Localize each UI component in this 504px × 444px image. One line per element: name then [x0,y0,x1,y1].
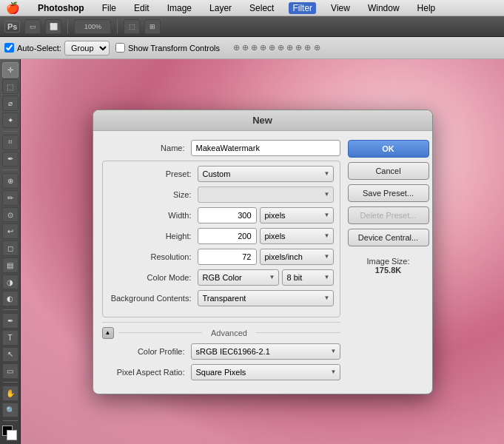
tool-lasso[interactable]: ⌀ [2,95,19,111]
dialog-left-panel: Name: Preset: Custom [102,140,340,385]
color-profile-label: Color Profile: [102,347,191,356]
pixel-aspect-wrapper: Square Pixels D1/DV NTSC (0.91) D1/DV PA… [191,364,340,380]
advanced-header: ▲ Advanced [102,327,340,339]
height-unit-select[interactable]: pixels inches cm mm [260,228,334,244]
color-profile-select[interactable]: sRGB IEC61966-2.1 Adobe RGB (1998) ProPh… [191,343,340,360]
tool-eraser[interactable]: ◻ [2,240,19,256]
name-label: Name: [102,144,191,152]
background-color[interactable] [7,430,17,440]
tool-magic-wand[interactable]: ✦ [2,112,19,128]
tool-sep-3 [3,309,18,310]
menu-file[interactable]: File [99,3,119,13]
height-label: Height: [109,232,198,240]
width-unit-wrapper: pixels inches cm mm ▼ [260,207,334,223]
menu-filter[interactable]: Filter [289,2,316,14]
bg-contents-wrapper: White Background Color Transparent ▼ [198,290,334,306]
preset-select[interactable]: Custom Default Photoshop Size Letter Leg… [198,166,334,182]
screen-mode-icon[interactable]: ⊞ [144,19,161,34]
save-preset-button[interactable]: Save Preset... [348,184,429,202]
menu-select[interactable]: Select [246,3,277,13]
bit-depth-wrapper: 8 bit 16 bit 32 bit ▼ [282,269,334,286]
resolution-unit-select[interactable]: pixels/inch pixels/cm [260,249,334,265]
auto-select-label: Auto-Select: [17,44,61,53]
preset-label: Preset: [109,169,198,178]
size-select[interactable] [198,186,334,203]
marquee-tool-icon[interactable]: ⬜ [45,19,61,34]
menu-window[interactable]: Window [365,3,403,13]
preset-row: Preset: Custom Default Photoshop Size Le… [109,166,334,182]
device-central-button[interactable]: Device Central... [348,229,429,246]
dialog-body: Name: Preset: Custom [93,131,432,394]
bg-contents-select[interactable]: White Background Color Transparent [198,290,334,306]
height-input[interactable] [198,228,257,244]
new-document-dialog: New Name: [93,110,433,394]
tool-dodge[interactable]: ◐ [2,291,19,306]
width-input[interactable] [198,207,257,223]
menu-view[interactable]: View [328,3,353,13]
auto-select-checkbox[interactable] [4,43,14,53]
advanced-line-left [118,332,203,333]
preset-select-wrapper: Custom Default Photoshop Size Letter Leg… [198,166,334,182]
delete-preset-button[interactable]: Delete Preset... [348,206,429,224]
tool-hand[interactable]: ✋ [2,386,19,401]
image-size-label: Image Size: [348,257,429,266]
size-label: Size: [109,190,198,199]
tool-pen[interactable]: ✒ [2,313,19,329]
apple-menu[interactable]: 🍎 [6,1,20,15]
tool-path-selection[interactable]: ↖ [2,347,19,363]
advanced-label: Advanced [206,329,252,337]
canvas-area: New Name: [21,59,504,444]
size-select-wrapper: ▼ [198,186,334,203]
resolution-input[interactable] [198,249,257,265]
tool-gradient[interactable]: ▤ [2,258,19,273]
tool-eyedropper[interactable]: ✒ [2,152,19,167]
tool-stamp[interactable]: ⊙ [2,207,19,223]
auto-select-type[interactable]: Group Layer [64,41,110,56]
preset-group: Preset: Custom Default Photoshop Size Le… [102,161,340,317]
name-input[interactable] [191,140,340,156]
advanced-section: ▲ Advanced Color Profile: sRGB I [102,322,340,380]
tool-healing[interactable]: ⊕ [2,173,19,189]
color-mode-select[interactable]: Bitmap Grayscale RGB Color CMYK Color La… [198,269,279,286]
tool-brush[interactable]: ✏ [2,190,19,206]
advanced-toggle-btn[interactable]: ▲ [102,327,114,339]
tool-marquee[interactable]: ⬚ [2,79,19,95]
view-toggle-icon[interactable]: ⬚ [124,19,140,34]
tool-history-brush[interactable]: ↩ [2,223,19,239]
pixel-aspect-select[interactable]: Square Pixels D1/DV NTSC (0.91) D1/DV PA… [191,364,340,380]
tool-text[interactable]: T [2,330,19,346]
tool-sep-1 [3,131,18,132]
menu-image[interactable]: Image [164,3,195,13]
tool-sep-2 [3,169,18,170]
size-row: Size: ▼ [109,186,334,203]
menu-photoshop[interactable]: Photoshop [35,3,87,13]
menu-edit[interactable]: Edit [131,3,152,13]
color-mode-row: Color Mode: Bitmap Grayscale RGB Color C… [109,269,334,286]
show-transform-label: Show Transform Controls [128,44,220,53]
tool-blur[interactable]: ◑ [2,275,19,290]
color-swatch-area [2,426,19,441]
tool-crop[interactable]: ⌗ [2,135,19,150]
width-row: Width: pixels inches cm mm ▼ [109,207,334,223]
tool-zoom[interactable]: 🔍 [2,403,19,418]
ps-toolbar: Ps ▭ ⬜ 100% ⬚ ⊞ [0,16,504,37]
menu-bar: 🍎 Photoshop File Edit Image Layer Select… [0,0,504,16]
menu-help[interactable]: Help [414,3,439,13]
width-unit-select[interactable]: pixels inches cm mm [260,207,334,223]
cancel-button[interactable]: Cancel [348,162,429,180]
image-size-value: 175.8K [348,266,429,275]
bit-depth-select[interactable]: 8 bit 16 bit 32 bit [282,269,334,286]
ok-button[interactable]: OK [348,140,429,158]
resolution-row: Resolution: pixels/inch pixels/cm ▼ [109,249,334,265]
tool-shape[interactable]: ▭ [2,363,19,379]
dialog-right-panel: OK Cancel Save Preset... Delete Preset..… [348,140,429,385]
show-transform-checkbox[interactable] [115,43,125,53]
color-profile-row: Color Profile: sRGB IEC61966-2.1 Adobe R… [102,343,340,360]
image-size-info: Image Size: 175.8K [348,257,429,275]
tool-move[interactable]: ✛ [2,62,19,78]
dialog-title: New [93,110,432,131]
pixel-aspect-row: Pixel Aspect Ratio: Square Pixels D1/DV … [102,364,340,380]
move-tool-icon[interactable]: ▭ [24,19,41,34]
menu-layer[interactable]: Layer [206,3,235,13]
zoom-display[interactable]: 100% [74,19,111,34]
